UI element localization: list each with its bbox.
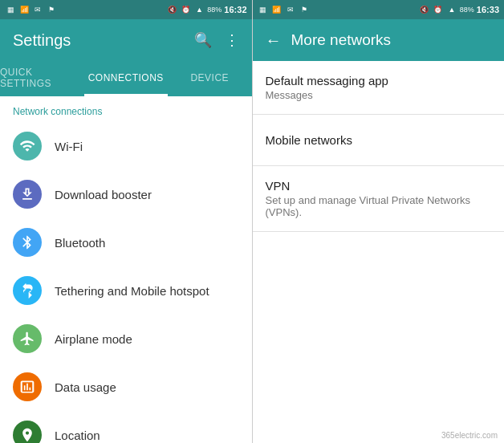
misc-icon: ⚑ [46, 4, 57, 15]
menu-item-vpn[interactable]: VPN Set up and manage Virtual Private Ne… [253, 166, 505, 232]
more-button[interactable]: ⋮ [225, 31, 239, 49]
data-icon [13, 372, 42, 401]
settings-item-wifi[interactable]: Wi-Fi [0, 122, 252, 170]
back-button[interactable]: ← [266, 31, 282, 50]
bluetooth-label: Bluetooth [55, 236, 105, 250]
location-icon [13, 421, 42, 443]
time-left: 16:32 [224, 5, 246, 14]
signal-icon: 📶 [18, 4, 30, 15]
mute-icon-r: 🔇 [419, 4, 430, 15]
settings-item-airplane[interactable]: Airplane mode [0, 315, 252, 363]
status-bar-icons-right-left: ▦ 📶 ✉ ⚑ [258, 4, 310, 15]
tethering-label: Tethering and Mobile hotspot [55, 284, 209, 298]
tab-device[interactable]: DEVICE [168, 61, 252, 96]
settings-list: Wi-Fi Download booster Bluetooth Tetheri… [0, 122, 252, 443]
airplane-icon [13, 324, 42, 353]
battery-left: 88% [207, 6, 222, 14]
tethering-icon [13, 276, 42, 305]
alarm-icon: ⏰ [180, 4, 191, 15]
download-icon [13, 180, 42, 209]
settings-item-tethering[interactable]: Tethering and Mobile hotspot [0, 266, 252, 315]
right-title: More networks [291, 31, 392, 49]
network-icon-r: ▲ [446, 4, 457, 15]
settings-item-download[interactable]: Download booster [0, 170, 252, 218]
left-panel: ▦ 📶 ✉ ⚑ 🔇 ⏰ ▲ 88% 16:32 Settings 🔍 ⋮ QUI… [0, 0, 252, 443]
download-label: Download booster [55, 188, 152, 201]
time-right: 16:33 [477, 5, 499, 14]
section-header: Network connections [0, 96, 252, 122]
bluetooth-icon [13, 228, 42, 257]
default-messaging-title: Default messaging app [266, 74, 492, 87]
notification-icon: ▦ [5, 4, 16, 15]
settings-item-location[interactable]: Location [0, 411, 252, 443]
wifi-label: Wi-Fi [55, 140, 83, 153]
mobile-networks-title: Mobile networks [266, 133, 492, 147]
airplane-label: Airplane mode [55, 332, 132, 346]
mail-icon: ✉ [32, 4, 43, 15]
settings-item-bluetooth[interactable]: Bluetooth [0, 218, 252, 266]
search-button[interactable]: 🔍 [194, 31, 212, 49]
misc-icon-r: ⚑ [299, 4, 310, 15]
menu-item-mobile-networks[interactable]: Mobile networks [253, 115, 505, 166]
app-bar-left: Settings 🔍 ⋮ [0, 19, 252, 61]
status-bar-right: 🔇 ⏰ ▲ 88% 16:32 [166, 4, 246, 15]
location-label: Location [55, 429, 100, 442]
status-bar-icons-left: ▦ 📶 ✉ ⚑ [5, 4, 57, 15]
notification-icon-r: ▦ [258, 4, 269, 15]
status-bar-icons-right-right: 🔇 ⏰ ▲ 88% 16:33 [419, 4, 499, 15]
right-menu: Default messaging app Messages Mobile ne… [253, 61, 505, 443]
vpn-subtitle: Set up and manage Virtual Private Networ… [266, 194, 492, 218]
tabs-bar: QUICK SETTINGS CONNECTIONS DEVICE [0, 61, 252, 96]
vpn-title: VPN [266, 179, 492, 193]
battery-right: 88% [460, 6, 474, 14]
wifi-icon [13, 132, 42, 161]
status-bar-left: ▦ 📶 ✉ ⚑ 🔇 ⏰ ▲ 88% 16:32 [0, 0, 252, 19]
app-title: Settings [13, 31, 71, 50]
settings-item-data[interactable]: Data usage [0, 363, 252, 411]
data-label: Data usage [55, 380, 116, 394]
app-bar-right: ← More networks [253, 19, 505, 61]
right-panel: ▦ 📶 ✉ ⚑ 🔇 ⏰ ▲ 88% 16:33 ← More networks … [253, 0, 505, 443]
tab-connections[interactable]: CONNECTIONS [84, 61, 169, 96]
mute-icon: 🔇 [166, 4, 177, 15]
menu-item-default-messaging[interactable]: Default messaging app Messages [253, 61, 505, 115]
network-icon: ▲ [193, 4, 205, 15]
tab-quick-settings[interactable]: QUICK SETTINGS [0, 61, 84, 96]
status-bar-right: ▦ 📶 ✉ ⚑ 🔇 ⏰ ▲ 88% 16:33 [253, 0, 505, 19]
default-messaging-subtitle: Messages [266, 89, 492, 101]
signal-icon-r: 📶 [271, 4, 282, 15]
alarm-icon-r: ⏰ [433, 4, 444, 15]
app-bar-icons: 🔍 ⋮ [194, 31, 239, 49]
mail-icon-r: ✉ [285, 4, 296, 15]
